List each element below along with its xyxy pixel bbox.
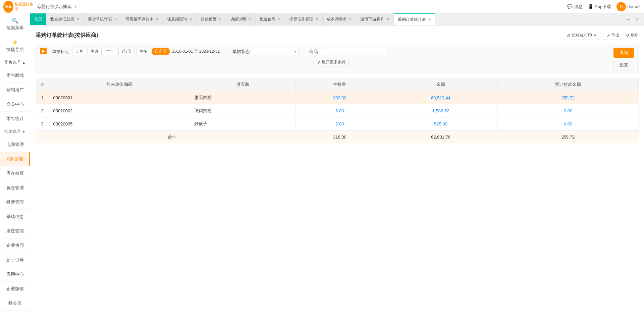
page-title: 采购订单统计表(按供应商) [36, 32, 98, 39]
tab-usable-stock-label: 可用量库存账本 [125, 16, 154, 22]
tab-order-stats[interactable]: 要货单统计表 ✕ [84, 13, 121, 25]
date-btn-custom[interactable]: 自定义 [152, 48, 170, 55]
tab-bar: 首页 收发存汇总表 ✕ 要货单统计表 ✕ 可用量库存账本 ✕ 保质期查询 ✕ [30, 13, 644, 25]
sidebar-item-wechat[interactable]: 企业微信 [0, 282, 30, 296]
refresh-icon: ↺ [626, 33, 629, 38]
tab-receive-send-close[interactable]: ✕ [76, 17, 79, 21]
expand-label: 展开更多条件 [322, 59, 346, 65]
tab-pick-task-close[interactable]: ✕ [315, 17, 318, 21]
sidebar-item-retail[interactable]: 零售管理 ▲ [0, 57, 30, 68]
cell-amount-0[interactable]: 60,519.44 [384, 91, 497, 104]
tab-overstock[interactable]: 超储预警 ✕ [197, 13, 226, 25]
status-filter: 单据状态 ▾ [232, 48, 297, 55]
date-btn-this-year[interactable]: 本年 [103, 48, 117, 55]
tab-cost-adjust[interactable]: 成本调整单 ✕ [323, 13, 356, 25]
sidebar-item-operation[interactable]: 经营管理 [0, 195, 30, 210]
tab-overstock-close[interactable]: ✕ [219, 17, 222, 21]
tab-pick-task[interactable]: 拣货任务管理 ✕ [285, 13, 323, 25]
tab-invite-downstream-close[interactable]: ✕ [386, 17, 389, 21]
tab-function-close[interactable]: ✕ [248, 17, 251, 21]
sidebar-item-wholesale[interactable]: 批发管理 ▼ [0, 126, 30, 138]
tab-receive-send[interactable]: 收发存汇总表 ✕ [46, 13, 84, 25]
cell-paid-0[interactable]: 259.72 [497, 91, 638, 104]
sidebar-item-enterprise[interactable]: 企业协同 [0, 238, 30, 253]
sidebar-item-basic[interactable]: 基础信息 [0, 210, 30, 224]
date-range: 2016-01-01 至 2023-12-31 [172, 49, 220, 54]
sidebar-item-ecommerce[interactable]: 电商管理 [0, 138, 30, 152]
tab-cost-adjust-close[interactable]: ✕ [349, 17, 352, 21]
tab-usable-stock[interactable]: 可用量库存账本 ✕ [121, 13, 163, 25]
message-btn[interactable]: 💬 消息 [567, 4, 583, 10]
sidebar-item-purchase[interactable]: 采购管理 [0, 152, 30, 166]
status-select[interactable] [252, 48, 299, 55]
sidebar-item-quicknav[interactable]: ⚡ 快捷导航 [0, 35, 30, 57]
logo-abbr: 标版 [5, 4, 12, 9]
app-download-btn[interactable]: 📱 App下载 [588, 4, 611, 10]
workspace-selector[interactable]: 母婴行业演示账套 ▾ [34, 4, 567, 10]
tab-function[interactable]: 功能说明 ✕ [226, 13, 256, 25]
refresh-btn[interactable]: ↺ 刷新 [626, 31, 639, 40]
sidebar-item-retailstats[interactable]: 零售统计 [0, 112, 30, 126]
tab-order-stats-close[interactable]: ✕ [114, 17, 117, 21]
template-print-btn[interactable]: 🖨 按模板打印 ▼ [563, 31, 600, 40]
sidebar-item-newguide[interactable]: 新手引导 [0, 253, 30, 267]
sidebar-item-marketing[interactable]: 营销推广 [0, 83, 30, 97]
sidebar-label-operation: 经营管理 [6, 199, 24, 205]
table-settings-icon[interactable]: ⚙ [40, 82, 44, 87]
sidebar-item-inventory[interactable]: 库存核算 [0, 166, 30, 181]
sidebar-label-finance: 资金管理 [6, 185, 24, 191]
date-btn-last-month[interactable]: 上月 [72, 48, 86, 55]
tab-home-label: 首页 [34, 16, 42, 22]
tab-config-close[interactable]: ✕ [278, 17, 281, 21]
settings-btn[interactable]: 设置 [613, 60, 634, 70]
expand-conditions-btn[interactable]: ∨ 展开更多条件 [314, 58, 350, 66]
tab-home[interactable]: 首页 [30, 13, 46, 25]
tab-purchase-stats[interactable]: 采购订单统计表 ✕ [394, 13, 435, 25]
filter-wrapper: ▶ 单据日期 上月 本月 本年 近7天 更多 [40, 48, 634, 70]
export-btn[interactable]: ↗ 导出 [603, 31, 623, 40]
cell-paid-1[interactable]: 0.00 [497, 104, 638, 117]
date-btn-more[interactable]: 更多 [136, 48, 150, 55]
cell-amount-2[interactable]: 525.80 [384, 117, 497, 130]
footer-amount: 62,631.76 [384, 130, 497, 144]
sidebar-item-search[interactable]: 🔍 搜索英单 [0, 13, 30, 35]
tab-invite-downstream[interactable]: 邀请下游客户 ✕ [356, 13, 394, 25]
sidebar-item-retailshop[interactable]: 零售商城 [0, 68, 30, 83]
tab-maximize-btn[interactable]: □ [635, 16, 641, 23]
tab-minimize-btn[interactable]: − [625, 16, 632, 23]
sidebar-label-wechat: 企业微信 [6, 286, 24, 292]
filter-toggle-btn[interactable]: ▶ [40, 48, 47, 54]
sidebar-item-appcenter[interactable]: 应用中心 [0, 267, 30, 282]
sidebar: 🔍 搜索英单 ⚡ 快捷导航 零售管理 ▲ 零售商城 营销推广 会员中心 零售统计 [0, 13, 30, 321]
sidebar-item-member[interactable]: 会员中心 [0, 97, 30, 112]
sidebar-item-vip[interactable]: 畅会员 [0, 296, 30, 311]
cell-paid-2[interactable]: 0.00 [497, 117, 638, 130]
sidebar-label-wholesale: 批发管理 [4, 129, 20, 135]
product-input[interactable] [320, 48, 387, 55]
tab-expiry-close[interactable]: ✕ [189, 17, 192, 21]
product-more-icon[interactable]: ··· [389, 49, 393, 54]
sidebar-item-finance[interactable]: 资金管理 [0, 181, 30, 195]
logo-icon: 标版 [3, 1, 13, 13]
cell-qty-1[interactable]: 6.00 [296, 104, 384, 117]
tab-config[interactable]: 配置信息 ✕ [256, 13, 285, 25]
workspace-name: 母婴行业演示账套 [37, 4, 72, 10]
sidebar-label-system: 系统管理 [6, 228, 24, 234]
sidebar-item-system[interactable]: 系统管理 [0, 224, 30, 238]
app-download-label: App下载 [595, 4, 611, 10]
cell-qty-0[interactable]: 303.00 [296, 91, 384, 104]
tab-purchase-stats-close[interactable]: ✕ [428, 17, 431, 22]
cell-code-2: 00020005 [49, 117, 190, 130]
query-btn[interactable]: 查询 [613, 48, 634, 58]
user-profile-btn[interactable]: D demo2 [616, 2, 641, 11]
date-btn-this-month[interactable]: 本月 [88, 48, 102, 55]
tab-usable-stock-close[interactable]: ✕ [156, 17, 159, 21]
tab-expiry[interactable]: 保质期查询 ✕ [163, 13, 197, 25]
sidebar-label-member: 会员中心 [6, 101, 24, 107]
printer-icon: 🖨 [567, 33, 571, 38]
cell-qty-2[interactable]: 7.00 [296, 117, 384, 130]
date-btn-last-7days[interactable]: 近7天 [118, 48, 135, 55]
expand-down-icon: ∨ [317, 60, 320, 65]
tab-pick-task-label: 拣货任务管理 [289, 16, 313, 22]
cell-amount-1[interactable]: 1,586.52 [384, 104, 497, 117]
